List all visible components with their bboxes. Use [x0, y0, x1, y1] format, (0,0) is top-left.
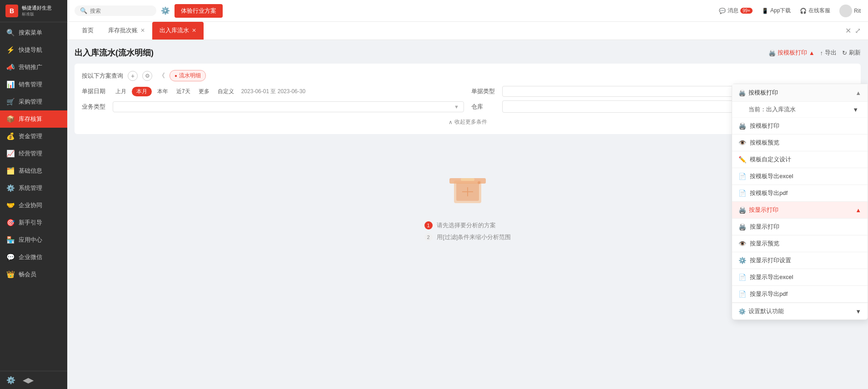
printer-icon: 🖨️ [768, 50, 776, 56]
dp-collapse-btn[interactable]: ▲ [855, 90, 861, 96]
dp-display-pdf-icon: 📄 [738, 290, 746, 298]
nav-label-corp: 企业协同 [19, 201, 42, 209]
dp-display-pdf[interactable]: 📄 按显示导出pdf [732, 286, 868, 303]
sidebar-item-system[interactable]: ⚙️ 系统管理 [0, 180, 67, 197]
nav-icon-search: 🔍 [6, 29, 15, 37]
messages-badge: 99+ [740, 8, 753, 14]
nav-label-member: 畅会员 [19, 270, 36, 279]
sidebar-item-marketing[interactable]: 📣 营销推广 [0, 59, 67, 76]
dp-display-pdf-label: 按显示导出pdf [750, 290, 788, 298]
sidebar-item-guide[interactable]: 🎯 新手引导 [0, 214, 67, 231]
dp-display-preview[interactable]: 👁️ 按显示预览 [732, 235, 868, 252]
page-content: 出入库流水(流水明细) 🖨️ 按模板打印 ▲ ↑ 导出 ↻ 刷新 [67, 40, 868, 389]
dp-template-excel-label: 按模板导出excel [750, 172, 793, 180]
dp-template-preview-icon: 👁️ [738, 139, 746, 146]
dp-template-design[interactable]: ✏️ 模板自定义设计 [732, 151, 868, 168]
search-input[interactable] [90, 8, 145, 14]
tabbar: 首页 库存批次账 ✕ 出入库流水 ✕ ✕ ⤢ [67, 22, 868, 40]
collapse-label: 收起更多条件 [454, 118, 487, 126]
date-btn-more[interactable]: 更多 [196, 87, 212, 96]
refresh-btn[interactable]: ↻ 刷新 [842, 49, 861, 57]
dp-display-excel[interactable]: 📄 按显示导出excel [732, 269, 868, 286]
filter-collapse-icon[interactable]: 《 [159, 72, 165, 80]
sidebar-item-basic[interactable]: 🗂️ 基础信息 [0, 162, 67, 180]
sidebar-item-finance[interactable]: 💰 资金管理 [0, 128, 67, 145]
nav-label-marketing: 营销推广 [19, 63, 42, 71]
sidebar-item-search[interactable]: 🔍 搜索菜单 [0, 24, 67, 41]
customer-service-btn[interactable]: 🎧 在线客服 [800, 7, 830, 15]
topbar-search-box[interactable]: 🔍 [75, 5, 156, 16]
print-dropdown-icon: ▲ [809, 50, 815, 56]
filter-add-btn[interactable]: + [128, 71, 138, 81]
nav-label-basic: 基础信息 [19, 167, 42, 175]
tag-dot-icon: ● [175, 73, 177, 78]
sidebar-item-sales[interactable]: 📊 销售管理 [0, 76, 67, 93]
date-btn-last-month[interactable]: 上月 [113, 87, 129, 96]
nav-icon-guide: 🎯 [6, 219, 15, 227]
dp-template-print-label: 按模板打印 [750, 122, 779, 130]
sidebar-item-wechat[interactable]: 💬 企业微信 [0, 249, 67, 266]
user-name: Rit [854, 8, 861, 14]
dp-header-title: 🖨️ 按模板打印 [738, 89, 778, 97]
tab-inout-flow[interactable]: 出入库流水 ✕ [152, 22, 204, 40]
sidebar-item-inventory[interactable]: 📦 库存核算 [0, 110, 67, 128]
sidebar-item-corp[interactable]: 🤝 企业协同 [0, 197, 67, 214]
date-btn-this-month[interactable]: 本月 [132, 87, 152, 96]
filter-tag[interactable]: ● 流水明细 [170, 70, 206, 81]
tab-home[interactable]: 首页 [75, 22, 101, 40]
tab-inout-close[interactable]: ✕ [192, 27, 196, 34]
dp-footer[interactable]: ⚙️ 设置默认功能 ▼ [732, 303, 868, 319]
app-download-btn[interactable]: 📱 App下载 [762, 7, 791, 15]
dp-current-item[interactable]: 当前：出入库流水 ▼ [732, 102, 868, 118]
tab-expand-icon[interactable]: ⤢ [855, 26, 861, 35]
nav-icon-finance: 💰 [6, 132, 15, 140]
dp-display-excel-label: 按显示导出excel [750, 273, 793, 281]
dp-display-section[interactable]: 🖨️ 按显示打印 ▲ [732, 202, 868, 219]
tab-batch-close[interactable]: ✕ [140, 27, 145, 34]
date-btn-this-year[interactable]: 本年 [155, 87, 171, 96]
tab-home-label: 首页 [82, 26, 94, 35]
dp-template-preview[interactable]: 👁️ 按模板预览 [732, 135, 868, 151]
settings-icon[interactable]: ⚙️ [6, 376, 15, 384]
dp-display-print-icon: 🖨️ [738, 223, 746, 230]
tab-close-all-icon[interactable]: ✕ [845, 26, 851, 35]
sidebar-item-member[interactable]: 👑 畅会员 [0, 266, 67, 283]
dp-display-print[interactable]: 🖨️ 按显示打印 [732, 219, 868, 235]
tab-batch-account[interactable]: 库存批次账 ✕ [101, 22, 152, 40]
nav-icon-marketing: 📣 [6, 63, 15, 71]
page-title: 出入库流水(流水明细) [75, 47, 154, 58]
collapse-sidebar-icon[interactable]: ◀▶ [23, 376, 34, 384]
search-icon: 🔍 [80, 7, 87, 14]
sidebar-item-appstore[interactable]: 🏪 应用中心 [0, 231, 67, 249]
sidebar-item-quicknav[interactable]: ⚡ 快捷导航 [0, 41, 67, 59]
sidebar-item-operation[interactable]: 📈 经营管理 [0, 145, 67, 162]
date-shortcuts: 上月 本月 本年 近7天 更多 自定义 2023-06-01 至 2023-06… [113, 87, 305, 96]
nav-label-quicknav: 快捷导航 [19, 46, 42, 54]
date-btn-custom[interactable]: 自定义 [215, 87, 237, 96]
date-btn-7days[interactable]: 近7天 [174, 87, 193, 96]
messages-btn[interactable]: 💬 消息 99+ [719, 7, 753, 15]
dp-template-print[interactable]: 🖨️ 按模板打印 [732, 118, 868, 135]
export-btn[interactable]: ↑ 导出 [820, 49, 837, 57]
topbar-gear-icon[interactable]: ⚙️ [161, 6, 170, 15]
dp-footer-label: 设置默认功能 [748, 307, 784, 315]
print-template-btn[interactable]: 🖨️ 按模板打印 ▲ [768, 49, 815, 57]
dp-footer-chevron: ▼ [855, 308, 861, 315]
sidebar-nav: 🔍 搜索菜单⚡ 快捷导航📣 营销推广📊 销售管理🛒 采购管理📦 库存核算💰 资金… [0, 22, 67, 371]
filter-settings-icon[interactable]: ⚙ [142, 71, 152, 81]
trial-btn[interactable]: 体验行业方案 [175, 4, 223, 18]
empty-icon [445, 167, 490, 212]
dp-display-settings[interactable]: ⚙️ 按显示打印设置 [732, 252, 868, 269]
dp-template-pdf-icon: 📄 [738, 190, 746, 197]
date-field-label: 单据日期 [82, 87, 109, 95]
user-avatar[interactable]: Rit [839, 5, 861, 17]
dp-template-pdf[interactable]: 📄 按模板导出pdf [732, 185, 868, 202]
dp-display-print-label: 按显示打印 [750, 223, 779, 231]
dp-current-chevron: ▼ [853, 106, 858, 113]
hint-num-1: 1 [424, 221, 433, 229]
sidebar-item-purchase[interactable]: 🛒 采购管理 [0, 93, 67, 110]
business-type-select[interactable]: ▼ [113, 101, 464, 112]
dp-template-excel[interactable]: 📄 按模板导出excel [732, 168, 868, 185]
topbar-right: 💬 消息 99+ 📱 App下载 🎧 在线客服 Rit [719, 5, 861, 17]
dp-footer-icon: ⚙️ [738, 308, 746, 315]
